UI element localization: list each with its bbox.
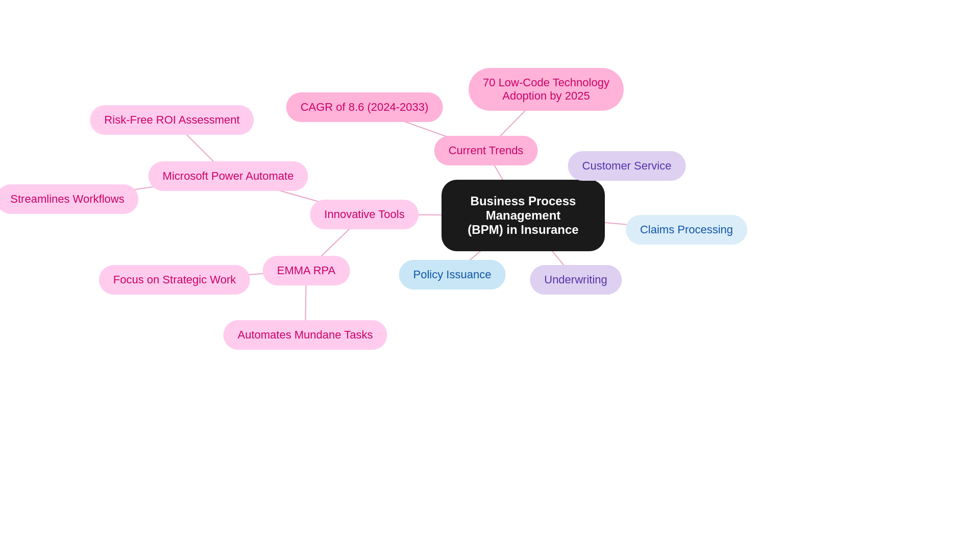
node-focus-strategic: Focus on Strategic Work bbox=[99, 265, 250, 295]
node-label-current-trends: Current Trends bbox=[449, 144, 524, 157]
node-label-innovative-tools: Innovative Tools bbox=[324, 208, 404, 221]
node-ms-power-automate: Microsoft Power Automate bbox=[149, 161, 308, 191]
node-lowcode: 70 Low-Code Technology Adoption by 2025 bbox=[469, 68, 624, 111]
node-emma-rpa: EMMA RPA bbox=[263, 256, 350, 285]
node-label-policy-issuance: Policy Issuance bbox=[413, 268, 492, 281]
node-label-automates: Automates Mundane Tasks bbox=[238, 328, 373, 342]
node-label-emma-rpa: EMMA RPA bbox=[277, 264, 336, 277]
node-label-ms-power-automate: Microsoft Power Automate bbox=[163, 170, 294, 183]
node-label-center: Business Process Management (BPM) in Ins… bbox=[462, 194, 584, 237]
node-label-claims-processing: Claims Processing bbox=[640, 223, 733, 236]
node-policy-issuance: Policy Issuance bbox=[399, 260, 506, 290]
node-claims-processing: Claims Processing bbox=[626, 215, 747, 245]
node-center: Business Process Management (BPM) in Ins… bbox=[442, 180, 605, 251]
mind-map-diagram: Business Process Management (BPM) in Ins… bbox=[0, 0, 980, 553]
node-label-streamlines: Streamlines Workflows bbox=[10, 193, 124, 206]
node-customer-service: Customer Service bbox=[568, 151, 686, 181]
node-cagr: CAGR of 8.6 (2024-2033) bbox=[286, 92, 443, 122]
node-underwriting: Underwriting bbox=[530, 265, 622, 295]
node-risk-free: Risk-Free ROI Assessment bbox=[90, 105, 254, 135]
node-label-focus-strategic: Focus on Strategic Work bbox=[113, 273, 236, 286]
node-automates: Automates Mundane Tasks bbox=[224, 320, 387, 350]
node-label-cagr: CAGR of 8.6 (2024-2033) bbox=[301, 101, 429, 114]
node-label-risk-free: Risk-Free ROI Assessment bbox=[104, 113, 239, 127]
node-current-trends: Current Trends bbox=[434, 136, 538, 165]
node-label-customer-service: Customer Service bbox=[582, 159, 672, 173]
node-innovative-tools: Innovative Tools bbox=[310, 200, 419, 229]
node-streamlines: Streamlines Workflows bbox=[0, 184, 139, 214]
node-label-lowcode: 70 Low-Code Technology Adoption by 2025 bbox=[483, 76, 609, 103]
node-label-underwriting: Underwriting bbox=[544, 273, 607, 286]
